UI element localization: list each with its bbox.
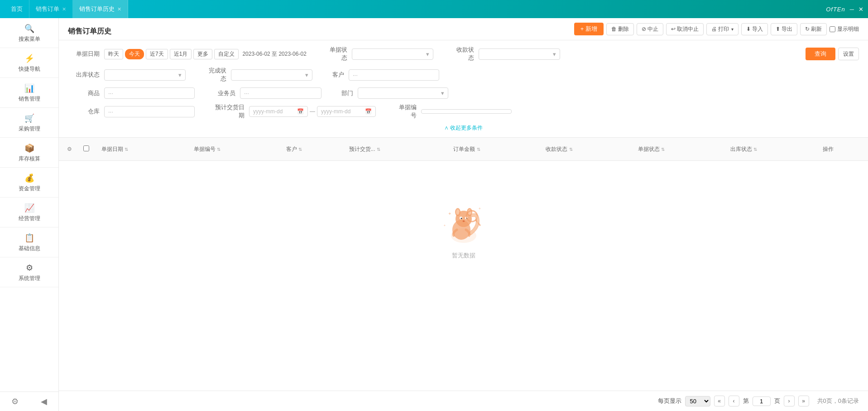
date-btn-yesterday[interactable]: 昨天 bbox=[104, 49, 123, 59]
date-btn-today[interactable]: 今天 bbox=[125, 49, 144, 59]
sidebar-item-capital-mgmt[interactable]: 💰 资金管理 bbox=[0, 168, 58, 198]
first-page-button[interactable]: « bbox=[714, 396, 725, 406]
col-number[interactable]: 单据编号 ⇅ bbox=[190, 138, 283, 161]
col-amount[interactable]: 订单金额 ⇅ bbox=[450, 138, 542, 161]
next-page-button[interactable]: › bbox=[784, 396, 795, 406]
last-page-button[interactable]: » bbox=[798, 396, 809, 406]
cancel-stop-button[interactable]: ↩ 取消中止 bbox=[666, 23, 704, 35]
system-mgmt-icon: ⚙ bbox=[26, 263, 33, 273]
date-filter-control: 昨天 今天 近7天 近1月 更多 自定义 2023-06-02 至 2023-0… bbox=[104, 49, 307, 59]
complete-status-label: 完成状态 bbox=[204, 67, 231, 83]
col-customer-sort: ⇅ bbox=[298, 147, 302, 152]
stop-button[interactable]: ⊘ 中止 bbox=[637, 23, 663, 35]
sidebar-item-system-mgmt[interactable]: ⚙ 系统管理 bbox=[0, 257, 58, 287]
search-button[interactable]: 查询 bbox=[806, 48, 835, 60]
sidebar-item-inventory-calc-label: 库存核算 bbox=[19, 155, 40, 163]
out-stock-arrow: ▾ bbox=[178, 72, 182, 78]
show-detail-checkbox[interactable] bbox=[830, 26, 835, 32]
page-size-label: 每页显示 bbox=[658, 397, 681, 405]
sidebar-item-system-mgmt-label: 系统管理 bbox=[19, 275, 40, 282]
dept-arrow: ▾ bbox=[441, 90, 444, 97]
page-size-select[interactable]: 50 20 100 bbox=[685, 396, 710, 406]
pay-status-select[interactable]: ▾ bbox=[479, 48, 560, 60]
delivery-date-end[interactable]: yyyy-mm-dd 📅 bbox=[317, 106, 376, 117]
order-status-select[interactable]: ▾ bbox=[352, 48, 433, 60]
tab-sales-order-close[interactable]: ✕ bbox=[62, 6, 66, 12]
sidebar-item-inventory-calc[interactable]: 📦 库存核算 bbox=[0, 138, 58, 168]
tab-home[interactable]: 首页 bbox=[5, 0, 29, 18]
col-number-label: 单据编号 bbox=[194, 146, 216, 152]
prev-page-button[interactable]: ‹ bbox=[729, 396, 739, 406]
sidebar-bottom: ⚙ ◀ bbox=[0, 392, 58, 411]
show-detail-checkbox-label[interactable]: 显示明细 bbox=[830, 25, 859, 33]
product-label: 商品 bbox=[68, 89, 104, 97]
dept-select[interactable]: ▾ bbox=[358, 87, 448, 99]
cancel-stop-icon: ↩ bbox=[671, 26, 676, 32]
col-out-status[interactable]: 出库状态 ⇅ bbox=[727, 138, 819, 161]
top-bar-close[interactable]: ✕ bbox=[858, 6, 863, 13]
page-number-input[interactable] bbox=[753, 396, 771, 406]
print-dropdown-icon: ▾ bbox=[731, 27, 734, 32]
collapse-row[interactable]: ∧ 收起更多条件 bbox=[68, 124, 859, 132]
sidebar-item-purchase-mgmt[interactable]: 🛒 采购管理 bbox=[0, 108, 58, 138]
top-bar-min[interactable]: ─ bbox=[850, 6, 854, 13]
sales-person-input[interactable]: ··· bbox=[240, 87, 321, 99]
print-button[interactable]: 🖨 打印 ▾ bbox=[706, 23, 739, 35]
svg-point-11 bbox=[462, 220, 465, 222]
col-order-status-sort: ⇅ bbox=[661, 147, 665, 152]
table-settings-button[interactable]: ⚙ bbox=[62, 142, 76, 156]
top-bar: 首页 销售订单 ✕ 销售订单历史 ✕ OfTEn ─ ✕ bbox=[0, 0, 868, 18]
tab-sales-order-history[interactable]: 销售订单历史 ✕ bbox=[73, 0, 128, 18]
settings-button[interactable]: 设置 bbox=[838, 48, 859, 60]
delete-button[interactable]: 🗑 删除 bbox=[606, 23, 634, 35]
delivery-date-start[interactable]: yyyy-mm-dd 📅 bbox=[249, 106, 308, 117]
sidebar-item-basic-info[interactable]: 📋 基础信息 bbox=[0, 227, 58, 257]
order-number-label: 单据编号 bbox=[394, 103, 421, 120]
col-delivery[interactable]: 预计交货... ⇅ bbox=[345, 138, 450, 161]
tab-sales-order[interactable]: 销售订单 ✕ bbox=[29, 0, 73, 18]
table-select-all[interactable] bbox=[83, 145, 89, 151]
date-separator: — bbox=[308, 108, 317, 115]
sidebar-item-sales-mgmt[interactable]: 📊 销售管理 bbox=[0, 78, 58, 108]
inventory-calc-icon: 📦 bbox=[24, 143, 34, 153]
date-btn-custom[interactable]: 自定义 bbox=[214, 49, 239, 59]
page-title: 销售订单历史 bbox=[68, 27, 111, 36]
date-btn-7days[interactable]: 近7天 bbox=[146, 49, 168, 59]
col-date[interactable]: 单据日期 ⇅ bbox=[98, 138, 190, 161]
import-button[interactable]: ⬇ 导入 bbox=[741, 23, 768, 35]
sales-person-dots: ··· bbox=[244, 90, 249, 97]
date-btn-more[interactable]: 更多 bbox=[193, 49, 212, 59]
export-button[interactable]: ⬆ 导出 bbox=[771, 23, 797, 35]
product-input[interactable]: ··· bbox=[104, 87, 195, 99]
date-btn-1month[interactable]: 近1月 bbox=[170, 49, 192, 59]
customer-input[interactable]: ··· bbox=[349, 69, 439, 81]
tab-sales-order-history-close[interactable]: ✕ bbox=[117, 6, 121, 12]
product-dots: ··· bbox=[108, 90, 113, 97]
empty-illustration: ✦ ✦ ✦ bbox=[436, 197, 491, 251]
col-pay-status[interactable]: 收款状态 ⇅ bbox=[542, 138, 634, 161]
sidebar-settings-icon[interactable]: ⚙ bbox=[11, 396, 19, 406]
filter-row-1: 单据日期 昨天 今天 近7天 近1月 更多 自定义 2023-06-02 至 2… bbox=[68, 46, 859, 62]
col-customer[interactable]: 客户 ⇅ bbox=[283, 138, 345, 161]
sidebar-item-quick-nav[interactable]: ⚡ 快捷导航 bbox=[0, 48, 58, 78]
pay-status-label: 收款状态 bbox=[451, 46, 479, 62]
out-stock-status-select[interactable]: ▾ bbox=[104, 69, 186, 81]
date-quick-buttons: 昨天 今天 近7天 近1月 更多 自定义 bbox=[104, 49, 239, 59]
warehouse-input[interactable]: ··· bbox=[104, 106, 195, 117]
sidebar-item-ops-mgmt[interactable]: 📈 经营管理 bbox=[0, 198, 58, 227]
new-button[interactable]: + 新增 bbox=[574, 23, 604, 35]
empty-text: 暂无数据 bbox=[452, 251, 475, 260]
date-label: 单据日期 bbox=[68, 50, 104, 58]
refresh-button[interactable]: ↻ 刷新 bbox=[800, 23, 827, 35]
page-unit: 页 bbox=[774, 397, 780, 405]
stop-icon: ⊘ bbox=[642, 26, 646, 32]
sidebar: 🔍 搜索菜单 ⚡ 快捷导航 📊 销售管理 🛒 采购管理 📦 库存核算 💰 bbox=[0, 18, 59, 411]
sidebar-collapse-icon[interactable]: ◀ bbox=[41, 396, 47, 406]
col-order-status[interactable]: 单据状态 ⇅ bbox=[634, 138, 727, 161]
table-header-row: ⚙ 单据日期 ⇅ 单据编号 ⇅ bbox=[59, 138, 868, 161]
warehouse-dots: ··· bbox=[108, 108, 113, 115]
order-number-input[interactable] bbox=[421, 109, 512, 114]
col-amount-sort: ⇅ bbox=[477, 147, 480, 152]
sidebar-item-search-menu[interactable]: 🔍 搜索菜单 bbox=[0, 18, 58, 48]
complete-status-select[interactable]: ▾ bbox=[231, 69, 312, 81]
